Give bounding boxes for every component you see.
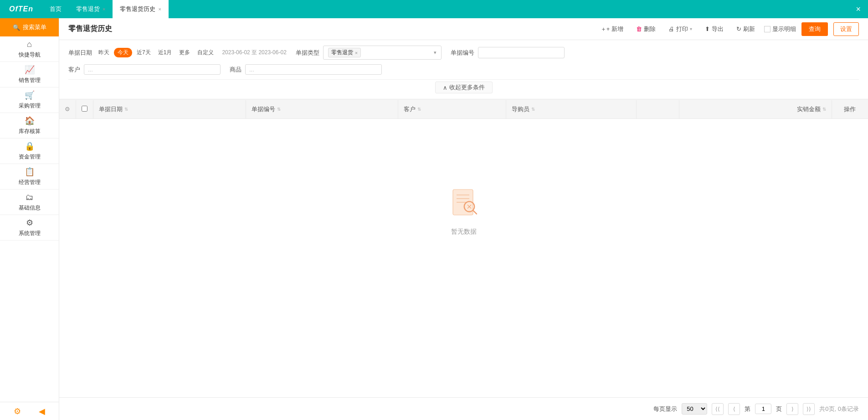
filter-goods: 商品 ... (230, 64, 382, 75)
voucher-type-tag: 零售退货 × (328, 48, 361, 57)
th-settings: ⚙ (59, 100, 76, 118)
empty-state: 暂无数据 (59, 119, 868, 301)
table-area: ⚙ 单据日期 ⇅ 单据编号 (59, 100, 868, 397)
tab-retail-return[interactable]: 零售退货 × (69, 0, 113, 18)
table-header: ⚙ 单据日期 ⇅ 单据编号 (59, 100, 868, 118)
filter-voucher-date: 单据日期 昨天 今天 近7天 近1月 更多 自定义 2023-06-02 至 2… (68, 48, 287, 57)
filter-voucher-type: 单据类型 零售退货 × ▾ (296, 46, 442, 60)
delete-button[interactable]: 🗑 删除 (632, 23, 659, 35)
th-ops: 操作 (832, 100, 868, 118)
tab-close-retail-return-history[interactable]: × (158, 6, 161, 12)
prev-page-btn[interactable]: ⟨ (728, 403, 740, 415)
more-conditions-row: ∧ 收起更多条件 (68, 79, 859, 95)
last1month-btn[interactable]: 近1月 (155, 48, 175, 57)
window-close-button[interactable]: × (856, 5, 861, 14)
pagination-bar: 每页显示 20 50 100 ⟨⟨ ⟨ 第 页 ⟩ ⟩⟩ 共0页, 0条记录 (59, 397, 868, 420)
amount-sort-icon[interactable]: ⇅ (822, 107, 826, 112)
th-guide: 导购员 ⇅ (506, 100, 637, 118)
svg-line-5 (473, 210, 477, 214)
sidebar-item-base-info[interactable]: 🗂 基础信息 (0, 190, 59, 215)
date-range-text: 2023-06-02 至 2023-06-02 (222, 49, 286, 56)
sidebar-search[interactable]: 🔍 搜索菜单 (0, 18, 59, 36)
delete-icon: 🗑 (636, 26, 642, 32)
page-size-select[interactable]: 20 50 100 (682, 403, 707, 415)
customer-label: 客户 (68, 66, 80, 74)
sidebar-nav: ⌂ 快捷导航 📈 销售管理 🛒 采购管理 🏠 库存核算 🔒 资金管理 📋 (0, 36, 59, 402)
sidebar-item-finance[interactable]: 🔒 资金管理 (0, 138, 59, 164)
sidebar-item-quick-nav[interactable]: ⌂ 快捷导航 (0, 36, 59, 62)
sidebar-item-purchase[interactable]: 🛒 采购管理 (0, 87, 59, 113)
date-sort-icon[interactable]: ⇅ (124, 107, 128, 112)
filter-area: 单据日期 昨天 今天 近7天 近1月 更多 自定义 2023-06-02 至 2… (59, 40, 868, 99)
voucher-no-input[interactable] (478, 47, 565, 58)
page-label-pre: 第 (745, 405, 750, 413)
export-icon: ⬆ (705, 26, 710, 32)
customer-input[interactable]: ... (84, 64, 221, 75)
page-size-label: 每页显示 (653, 405, 677, 413)
next-page-btn[interactable]: ⟩ (786, 403, 798, 415)
refresh-button[interactable]: ↻ 刷新 (733, 23, 759, 35)
last7days-btn[interactable]: 近7天 (134, 48, 154, 57)
tab-home[interactable]: 首页 (42, 0, 69, 18)
data-table: ⚙ 单据日期 ⇅ 单据编号 (59, 100, 868, 301)
select-all-checkbox[interactable] (82, 106, 87, 112)
tab-close-retail-return[interactable]: × (103, 6, 105, 12)
base-info-icon: 🗂 (26, 193, 34, 202)
collapse-sidebar-icon[interactable]: ◀ (39, 406, 45, 416)
sidebar-item-system[interactable]: ⚙ 系统管理 (0, 215, 59, 241)
column-settings-icon[interactable]: ⚙ (65, 106, 70, 113)
filter-row-1: 单据日期 昨天 今天 近7天 近1月 更多 自定义 2023-06-02 至 2… (68, 46, 859, 60)
new-button[interactable]: ＋ + 新增 (597, 23, 627, 35)
settings-gear-icon[interactable]: ⚙ (14, 406, 21, 416)
guide-sort-icon[interactable]: ⇅ (531, 107, 535, 112)
current-page-input[interactable] (755, 404, 771, 414)
brand-logo: OfTEn (0, 5, 42, 13)
th-no: 单据编号 ⇅ (246, 100, 398, 118)
query-button[interactable]: 查询 (801, 22, 828, 36)
custom-btn[interactable]: 自定义 (195, 48, 216, 57)
operations-icon: 📋 (25, 167, 35, 177)
total-text: 共0页, 0条记录 (819, 405, 859, 413)
print-button[interactable]: 🖨 打印 ▾ (665, 23, 696, 35)
filter-row-2: 客户 ... 商品 ... (68, 64, 859, 75)
main-layout: 🔍 搜索菜单 ⌂ 快捷导航 📈 销售管理 🛒 采购管理 🏠 库存核算 🔒 (0, 18, 868, 420)
sidebar-item-inventory[interactable]: 🏠 库存核算 (0, 113, 59, 138)
print-icon: 🖨 (668, 26, 674, 32)
voucher-type-select[interactable]: 零售退货 × ▾ (323, 46, 442, 60)
table-body: 暂无数据 (59, 118, 868, 301)
customer-placeholder: ... (88, 66, 93, 73)
collapse-icon: ∧ (443, 84, 447, 91)
sidebar-item-operations[interactable]: 📋 经营管理 (0, 164, 59, 190)
export-button[interactable]: ⬆ 导出 (701, 23, 727, 35)
page-title: 零售退货历史 (68, 24, 112, 34)
voucher-date-label: 单据日期 (68, 49, 92, 57)
date-shortcuts: 昨天 今天 近7天 近1月 更多 自定义 (96, 48, 216, 57)
collapse-conditions-btn[interactable]: ∧ 收起更多条件 (435, 82, 493, 93)
last-page-btn[interactable]: ⟩⟩ (803, 403, 815, 415)
inventory-icon: 🏠 (25, 116, 35, 126)
th-date: 单据日期 ⇅ (93, 100, 246, 118)
voucher-type-label: 单据类型 (296, 49, 319, 57)
first-page-btn[interactable]: ⟨⟨ (712, 403, 724, 415)
customer-sort-icon[interactable]: ⇅ (417, 107, 421, 112)
show-detail-checkbox[interactable] (764, 26, 770, 32)
finance-icon: 🔒 (25, 141, 35, 151)
goods-input[interactable]: ... (245, 64, 382, 75)
filter-customer: 客户 ... (68, 64, 221, 75)
goods-label: 商品 (230, 66, 241, 74)
settings-button[interactable]: 设置 (833, 22, 859, 36)
print-dropdown-icon[interactable]: ▾ (690, 26, 692, 31)
tab-retail-return-history[interactable]: 零售退货历史 × (113, 0, 168, 18)
no-sort-icon[interactable]: ⇅ (277, 107, 281, 112)
sidebar-item-sales[interactable]: 📈 销售管理 (0, 62, 59, 87)
more-btn[interactable]: 更多 (176, 48, 193, 57)
th-checkbox (76, 100, 93, 118)
voucher-type-tag-close[interactable]: × (355, 50, 358, 56)
system-icon: ⚙ (26, 218, 33, 228)
today-btn[interactable]: 今天 (114, 48, 132, 57)
th-amount: 实销金额 ⇅ (679, 100, 832, 118)
top-bar-right: × (847, 5, 868, 14)
empty-state-row: 暂无数据 (59, 118, 868, 301)
show-detail-toggle[interactable]: 显示明细 (764, 25, 796, 33)
yesterday-btn[interactable]: 昨天 (96, 48, 112, 57)
